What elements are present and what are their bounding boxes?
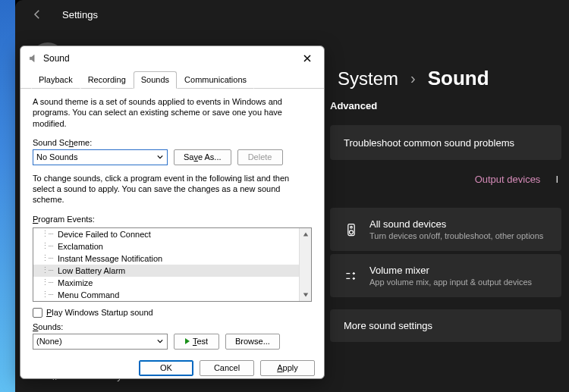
program-event-item[interactable]: ⋮┈Low Battery Alarm bbox=[33, 265, 299, 277]
svg-point-2 bbox=[351, 226, 353, 228]
tab-sounds[interactable]: Sounds bbox=[134, 71, 177, 89]
dialog-titlebar[interactable]: Sound bbox=[20, 46, 324, 71]
volume-mixer-card[interactable]: Volume mixer App volume mix, app input &… bbox=[330, 254, 561, 297]
settings-header-title: Settings bbox=[62, 9, 98, 20]
back-arrow-icon[interactable] bbox=[30, 8, 44, 21]
dialog-tabs: Playback Recording Sounds Communications bbox=[20, 71, 324, 89]
cancel-button[interactable]: Cancel bbox=[200, 360, 254, 376]
svg-point-1 bbox=[350, 230, 354, 234]
program-events-listbox[interactable]: ⋮┈Device Failed to Connect⋮┈Exclamation⋮… bbox=[33, 227, 312, 302]
close-button[interactable] bbox=[297, 51, 318, 66]
mixer-title: Volume mixer bbox=[369, 265, 532, 276]
sound-scheme-label: Sound Scheme: bbox=[33, 138, 312, 147]
tab-communications[interactable]: Communications bbox=[177, 71, 254, 89]
troubleshoot-links-row: Output devices I bbox=[330, 163, 561, 196]
desktop-wallpaper-sliver bbox=[0, 0, 15, 392]
sound-dialog-icon bbox=[28, 53, 39, 64]
mixer-icon bbox=[344, 268, 359, 284]
advanced-section-label: Advanced bbox=[330, 100, 561, 111]
more-sound-settings-label: More sound settings bbox=[344, 320, 432, 331]
input-devices-link-truncated[interactable]: I bbox=[555, 174, 558, 185]
sound-theme-description: A sound theme is a set of sounds applied… bbox=[33, 96, 312, 129]
sounds-value: (None) bbox=[36, 337, 62, 346]
play-startup-label: Play Windows Startup sound bbox=[46, 308, 153, 317]
scroll-up-button[interactable] bbox=[300, 228, 312, 240]
browse-button[interactable]: Browse... bbox=[225, 334, 280, 350]
program-events-label: Program Events: bbox=[33, 215, 312, 224]
mixer-subtitle: App volume mix, app input & output devic… bbox=[369, 278, 532, 287]
sounds-dropdown[interactable]: (None) bbox=[33, 334, 168, 350]
apply-button[interactable]: Apply bbox=[260, 360, 315, 376]
save-as-button[interactable]: Save As... bbox=[174, 149, 231, 165]
output-devices-link[interactable]: Output devices bbox=[475, 174, 541, 185]
program-event-item[interactable]: ⋮┈Menu Command bbox=[33, 289, 299, 301]
sound-scheme-value: No Sounds bbox=[36, 152, 77, 162]
sound-dialog: Sound Playback Recording Sounds Communic… bbox=[20, 45, 325, 379]
program-event-item[interactable]: ⋮┈Device Failed to Connect bbox=[33, 228, 299, 240]
test-button[interactable]: Test bbox=[174, 334, 219, 350]
troubleshoot-card[interactable]: Troubleshoot common sound problems bbox=[330, 125, 561, 160]
chevron-down-icon bbox=[156, 338, 164, 344]
delete-button: Delete bbox=[237, 149, 283, 165]
dialog-footer: OK Cancel Apply bbox=[20, 354, 324, 382]
play-icon bbox=[185, 338, 190, 344]
chevron-down-icon bbox=[156, 154, 164, 160]
listbox-scrollbar[interactable] bbox=[299, 228, 311, 301]
speaker-icon bbox=[344, 222, 359, 237]
sounds-label: Sounds: bbox=[33, 322, 312, 331]
program-event-item[interactable]: ⋮┈Exclamation bbox=[33, 240, 299, 252]
ok-button[interactable]: OK bbox=[139, 360, 193, 376]
program-event-item[interactable]: ⋮┈Instant Message Notification bbox=[33, 252, 299, 265]
troubleshoot-card-label: Troubleshoot common sound problems bbox=[344, 137, 514, 149]
dialog-title: Sound bbox=[43, 53, 70, 64]
sound-scheme-dropdown[interactable]: No Sounds bbox=[33, 149, 168, 165]
change-sounds-description: To change sounds, click a program event … bbox=[33, 173, 312, 205]
close-icon bbox=[303, 55, 311, 62]
play-startup-checkbox[interactable] bbox=[33, 308, 42, 318]
all-devices-subtitle: Turn devices on/off, troubleshoot, other… bbox=[369, 231, 543, 240]
play-startup-sound-row[interactable]: Play Windows Startup sound bbox=[33, 308, 312, 318]
program-event-item[interactable]: ⋮┈Maximize bbox=[33, 277, 299, 289]
more-sound-settings-card[interactable]: More sound settings bbox=[330, 309, 561, 342]
tab-playback[interactable]: Playback bbox=[31, 71, 80, 89]
all-sound-devices-card[interactable]: All sound devices Turn devices on/off, t… bbox=[330, 208, 561, 251]
tab-recording[interactable]: Recording bbox=[80, 71, 134, 89]
all-devices-title: All sound devices bbox=[369, 218, 543, 230]
scroll-down-button[interactable] bbox=[300, 289, 312, 301]
